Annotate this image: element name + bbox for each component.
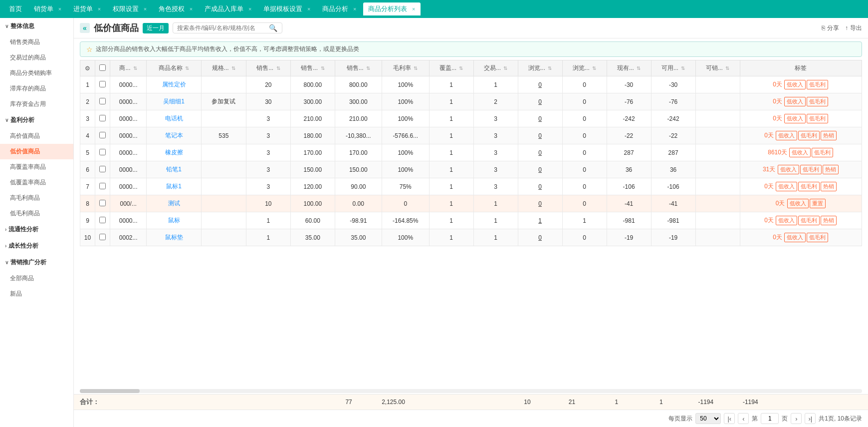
row-checkbox[interactable]: [95, 110, 110, 127]
nav-template[interactable]: 单据模板设置 ×: [258, 2, 315, 15]
row-name[interactable]: 铅笔1: [147, 161, 202, 178]
collapse-sidebar-button[interactable]: «: [80, 23, 90, 33]
row-select-checkbox[interactable]: [99, 132, 106, 138]
scrollbar-thumb[interactable]: [80, 389, 140, 393]
row-name[interactable]: 电话机: [147, 110, 202, 127]
th-tags[interactable]: 标签: [740, 60, 862, 76]
sidebar-item-low-margin[interactable]: 低毛利商品: [0, 206, 73, 221]
row-name[interactable]: 鼠标垫: [147, 229, 202, 246]
th-checkbox[interactable]: [95, 60, 110, 76]
nav-goods-analysis-close[interactable]: ×: [353, 6, 356, 12]
row-checkbox[interactable]: [95, 212, 110, 229]
sidebar-item-traded-goods[interactable]: 交易过的商品: [0, 50, 73, 65]
nav-sales[interactable]: 销货单 ×: [29, 2, 66, 15]
nav-template-close[interactable]: ×: [307, 6, 310, 12]
sidebar-group-overall[interactable]: ∨整体信息: [0, 18, 73, 34]
sidebar-item-high-margin[interactable]: 高毛利商品: [0, 190, 73, 206]
sidebar-item-new-goods[interactable]: 新品: [0, 286, 73, 302]
row-name[interactable]: 属性定价: [147, 76, 202, 93]
row-select-checkbox[interactable]: [99, 166, 106, 172]
th-gross-rate[interactable]: 毛利率 ⇅: [382, 60, 429, 76]
th-settings[interactable]: ⚙: [80, 60, 95, 76]
nav-purchase-close[interactable]: ×: [98, 6, 101, 12]
row-checkbox[interactable]: [95, 178, 110, 195]
row-checkbox[interactable]: [95, 195, 110, 212]
row-checkbox[interactable]: [95, 229, 110, 246]
time-range-tag[interactable]: 近一月: [143, 23, 169, 33]
page-input[interactable]: [761, 413, 779, 424]
th-sale2[interactable]: 销售... ⇅: [290, 60, 335, 76]
row-select-checkbox[interactable]: [99, 183, 106, 189]
row-select-checkbox[interactable]: [99, 98, 106, 104]
nav-goods-analysis-list[interactable]: 商品分析列表 ×: [363, 2, 420, 15]
row-checkbox[interactable]: [95, 127, 110, 144]
row-available: 287: [651, 144, 695, 161]
page-size-select[interactable]: 50 100 200: [695, 413, 721, 424]
sidebar-item-high-value[interactable]: 高价值商品: [0, 128, 73, 144]
select-all-checkbox[interactable]: [99, 64, 106, 71]
nav-permission-close[interactable]: ×: [144, 6, 147, 12]
th-cover[interactable]: 覆盖... ⇅: [429, 60, 473, 76]
table-row: 70000...鼠标13120.0090.0075%1300-106-1060天…: [80, 178, 862, 195]
nav-sales-close[interactable]: ×: [58, 6, 61, 12]
th-trade[interactable]: 交易... ⇅: [473, 60, 518, 76]
nav-role[interactable]: 角色授权 ×: [154, 2, 198, 15]
sidebar-item-low-value[interactable]: 低价值商品: [0, 144, 73, 159]
nav-product-close[interactable]: ×: [248, 6, 251, 12]
nav-role-close[interactable]: ×: [190, 6, 193, 12]
th-current[interactable]: 现有... ⇅: [607, 60, 651, 76]
th-browse1[interactable]: 浏览... ⇅: [518, 60, 562, 76]
sidebar-item-all-goods[interactable]: 全部商品: [0, 271, 73, 286]
row-day-tag: 0天: [764, 217, 774, 224]
th-available[interactable]: 可用... ⇅: [651, 60, 695, 76]
row-name[interactable]: 测试: [147, 195, 202, 212]
sidebar-group-growth[interactable]: ›成长性分析: [0, 238, 73, 254]
row-select-checkbox[interactable]: [99, 217, 106, 223]
th-spec[interactable]: 规格... ⇅: [201, 60, 246, 76]
th-code[interactable]: 商... ⇅: [110, 60, 147, 76]
row-checkbox[interactable]: [95, 144, 110, 161]
sidebar-group-marketing[interactable]: ∨营销推广分析: [0, 254, 73, 271]
row-name[interactable]: 橡皮擦: [147, 144, 202, 161]
sidebar-item-category-rate[interactable]: 商品分类销购率: [0, 65, 73, 81]
sidebar-item-capital[interactable]: 库存资金占用: [0, 96, 73, 112]
export-button[interactable]: ↑ 导出: [845, 24, 862, 32]
row-checkbox[interactable]: [95, 76, 110, 93]
row-checkbox[interactable]: [95, 161, 110, 178]
sidebar-item-high-coverage[interactable]: 高覆盖率商品: [0, 159, 73, 175]
sidebar-item-slow-goods[interactable]: 滞库存的商品: [0, 81, 73, 96]
row-name[interactable]: 鼠标: [147, 212, 202, 229]
row-select-checkbox[interactable]: [99, 234, 106, 240]
th-sale3[interactable]: 销售... ⇅: [335, 60, 382, 76]
sidebar-item-low-coverage[interactable]: 低覆盖率商品: [0, 175, 73, 190]
th-browse2[interactable]: 浏览... ⇅: [562, 60, 607, 76]
row-select-checkbox[interactable]: [99, 81, 106, 87]
search-input[interactable]: [177, 24, 267, 31]
first-page-button[interactable]: |‹: [724, 413, 735, 424]
nav-product[interactable]: 产成品入库单 ×: [200, 2, 256, 15]
prev-page-button[interactable]: ‹: [738, 413, 749, 424]
sidebar-item-sales-goods[interactable]: 销售类商品: [0, 34, 73, 50]
next-page-button[interactable]: ›: [791, 413, 802, 424]
row-checkbox[interactable]: [95, 93, 110, 110]
row-name[interactable]: 笔记本: [147, 127, 202, 144]
row-select-checkbox[interactable]: [99, 149, 106, 155]
nav-purchase[interactable]: 进货单 ×: [68, 2, 106, 15]
search-icon[interactable]: 🔍: [269, 24, 277, 32]
share-button[interactable]: ⎘ 分享: [822, 24, 839, 32]
nav-home[interactable]: 首页: [4, 2, 27, 15]
row-select-checkbox[interactable]: [99, 200, 106, 206]
row-name[interactable]: 吴细细1: [147, 93, 202, 110]
row-select-checkbox[interactable]: [99, 115, 106, 121]
th-sale1[interactable]: 销售... ⇅: [246, 60, 290, 76]
row-name[interactable]: 鼠标1: [147, 178, 202, 195]
sidebar-group-liquidity[interactable]: ›流通性分析: [0, 221, 73, 238]
th-saleable[interactable]: 可销... ⇅: [695, 60, 740, 76]
last-page-button[interactable]: ›|: [805, 413, 816, 424]
nav-goods-list-close[interactable]: ×: [412, 6, 415, 12]
sidebar-group-profit[interactable]: ∨盈利分析: [0, 112, 73, 128]
th-name[interactable]: 商品名称 ⇅: [147, 60, 202, 76]
nav-permission[interactable]: 权限设置 ×: [108, 2, 152, 15]
horizontal-scrollbar[interactable]: [80, 389, 862, 393]
nav-goods-analysis[interactable]: 商品分析 ×: [317, 2, 361, 15]
